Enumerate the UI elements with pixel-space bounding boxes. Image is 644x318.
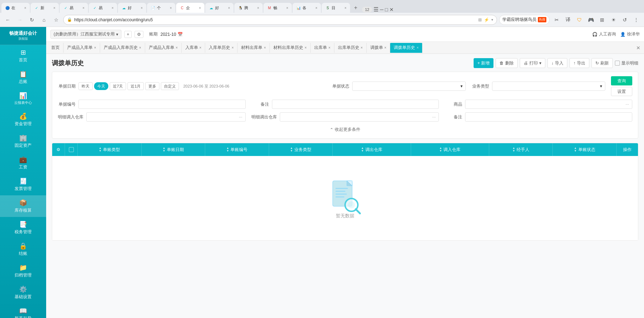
browser-tab-11[interactable]: 📊 各 × [293,3,321,13]
shield-button[interactable]: 🛡 [574,15,584,25]
sidebar-item-invoice[interactable]: 🧾 发票管理 [0,174,46,195]
theme-button[interactable]: ☀ [608,15,618,25]
collapse-filter-button[interactable]: ⌃ 收起更多条件 [58,125,632,134]
page-tab-in[interactable]: 入库单 × [182,43,206,53]
company-settings-button[interactable]: ⚙ [135,31,143,38]
tab-close-5[interactable]: × [141,6,143,10]
page-tab-home[interactable]: 首页 [48,43,64,53]
status-select[interactable]: ▾ [352,82,466,91]
reload-button[interactable]: ↻ [27,15,37,25]
th-operator[interactable]: ▲▼ 经手人 [489,143,553,156]
th-check[interactable] [65,143,78,156]
page-tab-close-mat-out[interactable]: × [264,46,266,50]
page-tab-transfer-hist[interactable]: 调拨单历史 × [390,43,422,53]
month-btn[interactable]: 近1月 [127,82,144,90]
goods-select[interactable]: ··· [465,100,632,109]
delete-button[interactable]: 🗑 删除 [496,58,518,68]
menu-dots-button[interactable]: ⋮ [631,15,641,25]
yesterday-btn[interactable]: 昨天 [78,82,93,90]
th-gear[interactable]: ⚙ [52,143,65,156]
sidebar-item-capital[interactable]: 💰 资金管理 [0,109,46,130]
home-button[interactable]: ⌂ [39,15,49,25]
import-button[interactable]: ↓ 导入 [547,58,567,68]
page-tab-close-in[interactable]: × [200,46,202,50]
out-wh-select[interactable]: ··· [280,112,439,122]
user-info[interactable]: 👤 徐泽华 [620,31,640,37]
tab-close-7[interactable]: × [199,6,201,10]
th-biz[interactable]: ▲▼ 业务类型 [269,143,333,156]
browser-tab-8[interactable]: ☁ 好 × [205,3,234,13]
browser-tab-4[interactable]: ✓ 易 × [89,3,117,13]
service-button[interactable]: 🎧 人工咨询 [592,31,616,37]
sidebar-item-ledger[interactable]: 📋 总账 [0,67,46,88]
new-button[interactable]: + 新增 [474,58,493,68]
th-no[interactable]: ▲▼ 单账编号 [205,143,269,156]
docno-input[interactable] [78,100,246,109]
sidebar-item-tax[interactable]: 📑 税务管理 [0,217,46,239]
sidebar-item-home[interactable]: ⊞ 首页 [0,45,46,67]
back-button[interactable]: ← [3,15,13,25]
company-selector[interactable]: (勿删勿禁用）江西服宝测试专用 ▾ [50,30,121,39]
lightning-icon[interactable]: ⚡ [484,17,489,22]
custom-btn[interactable]: 自定义 [161,82,179,90]
page-tab-close-transfer-hist[interactable]: × [416,46,419,50]
page-tab-out-hist[interactable]: 出库单历史 × [334,43,367,53]
maximize-btn[interactable]: □ [385,7,388,12]
bookmark-button[interactable]: ☆ [51,15,61,25]
more-btn[interactable]: 更多 [145,82,159,90]
new-tab-button[interactable]: + [351,3,361,13]
close-all-tabs-button[interactable]: ✕ [634,44,643,52]
page-tab-mat-out-hist[interactable]: 材料出库单历史 × [270,43,311,53]
tab-close-10[interactable]: × [286,6,288,10]
add-company-button[interactable]: + [124,31,132,38]
browser-tab-2[interactable]: ✓ 新 × [31,3,59,13]
week-btn[interactable]: 近7天 [110,82,126,90]
tab-close-8[interactable]: × [228,6,230,10]
browser-tab-7[interactable]: C 企 × [176,3,204,13]
page-tab-close-transfer[interactable]: × [384,46,387,50]
sidebar-item-archive[interactable]: 📁 归档管理 [0,260,46,282]
th-out-wh[interactable]: ▲▼ 调出仓库 [333,143,411,156]
tab-close-1[interactable]: × [24,6,26,10]
address-bar[interactable]: 🔒 https://cloud.chanjet.com/accounting/u… [63,15,497,25]
forward-button[interactable]: → [15,15,25,25]
browser-tab-6[interactable]: 📄 个 × [147,3,175,13]
page-tab-purch-in-hist[interactable]: 产成品入库单历史 × [100,43,145,53]
in-wh-select[interactable]: ··· [86,112,246,122]
translate-button[interactable]: 译 [563,15,573,25]
sidebar-item-asset[interactable]: 🏢 固定资产 [0,130,46,152]
page-tab-in-hist[interactable]: 入库单历史 × [205,43,238,53]
sidebar-item-closing[interactable]: 🔒 结账 [0,239,46,260]
display-toggle-checkbox[interactable] [615,61,620,66]
remark2-input[interactable] [465,112,632,122]
th-type[interactable]: ▲▼ 单账类型 [78,143,142,156]
page-tab-purch-in[interactable]: 产成品入库单 × [64,43,100,53]
page-tab-close-purch-in[interactable]: × [94,46,96,50]
browser-tab-1[interactable]: 🔵 在 × [1,3,30,13]
page-tab-close-mat-out-hist[interactable]: × [305,46,307,50]
page-tab-close-in-hist[interactable]: × [231,46,234,50]
page-tab-mat-out[interactable]: 材料出库单 × [238,43,270,53]
grid-button[interactable]: ⊞ [597,15,607,25]
biztype-select[interactable]: ▾ [492,82,606,91]
th-in-wh[interactable]: ▲▼ 调入仓库 [411,143,489,156]
page-tab-prod-in[interactable]: 产成品入库单 × [145,43,182,53]
undo-button[interactable]: ↺ [620,15,630,25]
th-status[interactable]: ▲▼ 单账状态 [553,143,617,156]
tab-close-6[interactable]: × [170,6,172,10]
browser-tab-3[interactable]: ✓ 易 × [60,3,88,13]
tab-close-2[interactable]: × [53,6,55,10]
page-tab-out[interactable]: 出库单 × [311,43,334,53]
sidebar-item-salary[interactable]: 💼 工资 [0,152,46,174]
page-tab-close-prod-in[interactable]: × [176,46,178,50]
qr-icon[interactable]: ⊞ [478,17,482,22]
filter-settings-button[interactable]: 设置 [611,87,632,96]
page-tab-close-purch-in-hist[interactable]: × [139,46,141,50]
page-tab-close-out-hist[interactable]: × [361,46,363,50]
tab-close-12[interactable]: × [344,6,346,10]
browser-search-bar[interactable]: 学霸应聘场驱鸟员 热搜 [499,15,550,25]
today-btn[interactable]: 今天 [94,82,108,90]
sidebar-item-settings[interactable]: ⚙️ 基础设置 [0,282,46,303]
page-tab-transfer[interactable]: 调拨单 × [367,43,391,53]
tab-menu-icon[interactable]: ☰ [373,6,378,13]
